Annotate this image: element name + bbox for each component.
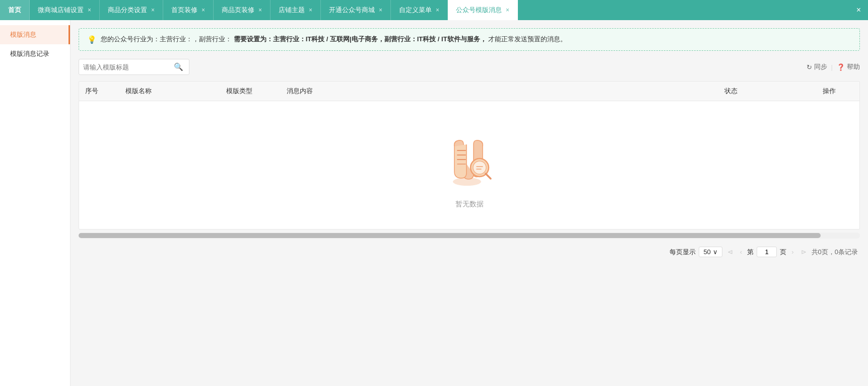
empty-text: 暂无数据 [455, 200, 484, 209]
tab-store-theme[interactable]: 店铺主题× [271, 0, 321, 20]
tab-product-decor[interactable]: 商品页装修× [214, 0, 271, 20]
help-icon: ❓ [837, 63, 845, 71]
tab-close-template-msg[interactable]: × [506, 7, 509, 14]
col-status: 状态 [718, 82, 799, 101]
search-input-wrap[interactable]: 🔍 [79, 59, 189, 75]
tab-custom-menu[interactable]: 自定义菜单× [391, 0, 448, 20]
sync-button[interactable]: ↻ 同步 [807, 62, 827, 71]
tab-close-open-mall[interactable]: × [379, 7, 382, 14]
first-page-button[interactable]: ⊲ [725, 247, 735, 257]
content-area: 💡 您的公众号行业为：主营行业：，副营行业： 需要设置为：主营行业：IT科技 /… [71, 20, 868, 386]
divider: | [831, 63, 833, 71]
tab-category-settings[interactable]: 商品分类设置× [100, 0, 163, 20]
per-page-select[interactable]: 50 ∨ [699, 247, 722, 257]
tab-store-settings[interactable]: 微商城店铺设置× [30, 0, 100, 20]
tab-close-store-theme[interactable]: × [309, 7, 312, 14]
close-all-button[interactable]: × [849, 0, 868, 20]
prev-page-button[interactable]: ‹ [738, 247, 744, 257]
tab-home[interactable]: 首页 [0, 0, 30, 20]
scrollbar-thumb[interactable] [79, 233, 821, 238]
tab-template-msg[interactable]: 公众号模版消息× [448, 0, 518, 20]
page-total: 共0页，0条记录 [812, 248, 858, 257]
page-unit: 页 [780, 248, 786, 257]
empty-state: 暂无数据 [79, 101, 859, 229]
empty-illustration [439, 131, 500, 192]
col-type: 模版类型 [220, 82, 281, 101]
sidebar: 模版消息模版消息记录 [0, 20, 71, 386]
search-bar: 🔍 ↻ 同步 | ❓ 帮助 [79, 59, 860, 75]
svg-line-7 [486, 174, 491, 179]
tab-open-mall[interactable]: 开通公众号商城× [321, 0, 391, 20]
horizontal-scrollbar[interactable] [79, 233, 860, 239]
table-header: 序号 模版名称 模版类型 消息内容 状态 操作 [79, 82, 859, 101]
per-page-label: 每页显示 [670, 248, 696, 257]
tab-close-store-settings[interactable]: × [88, 7, 91, 14]
col-content: 消息内容 [281, 82, 718, 101]
col-seq: 序号 [79, 82, 119, 101]
data-table: 序号 模版名称 模版类型 消息内容 状态 操作 [79, 81, 860, 229]
top-nav: 首页微商城店铺设置×商品分类设置×首页装修×商品页装修×店铺主题×开通公众号商城… [0, 0, 868, 20]
notice-icon: 💡 [87, 35, 97, 44]
col-action: 操作 [799, 82, 859, 101]
toolbar-right: ↻ 同步 | ❓ 帮助 [807, 62, 860, 71]
next-page-button[interactable]: › [789, 247, 795, 257]
main-layout: 模版消息模版消息记录 💡 您的公众号行业为：主营行业：，副营行业： 需要设置为：… [0, 20, 868, 386]
chevron-down-icon: ∨ [713, 248, 718, 256]
col-name: 模版名称 [119, 82, 220, 101]
help-button[interactable]: ❓ 帮助 [837, 62, 860, 71]
sidebar-item-template-msg-log[interactable]: 模版消息记录 [0, 44, 70, 63]
page-label: 第 [747, 248, 754, 257]
tab-home-decor[interactable]: 首页装修× [163, 0, 214, 20]
sidebar-item-template-msg[interactable]: 模版消息 [0, 25, 70, 44]
svg-point-6 [473, 161, 486, 174]
sync-icon: ↻ [807, 63, 812, 71]
tab-close-category-settings[interactable]: × [151, 7, 155, 14]
tab-close-custom-menu[interactable]: × [436, 7, 439, 14]
notice-text: 您的公众号行业为：主营行业：，副营行业： 需要设置为：主营行业：IT科技 / 互… [101, 35, 567, 44]
pagination: 每页显示 50 ∨ ⊲ ‹ 第 页 › ⊳ 共0页，0条记录 [79, 242, 860, 262]
search-icon[interactable]: 🔍 [174, 62, 183, 71]
page-input[interactable] [757, 247, 777, 257]
search-input[interactable] [83, 63, 174, 71]
last-page-button[interactable]: ⊳ [799, 247, 809, 257]
tab-close-product-decor[interactable]: × [258, 7, 262, 14]
tab-close-home-decor[interactable]: × [202, 7, 205, 14]
notice-box: 💡 您的公众号行业为：主营行业：，副营行业： 需要设置为：主营行业：IT科技 /… [79, 28, 860, 51]
